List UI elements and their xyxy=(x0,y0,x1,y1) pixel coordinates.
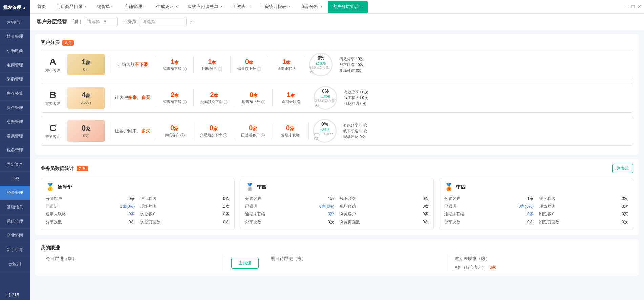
dept-select[interactable]: 请选择 ▼ xyxy=(84,17,118,26)
sidebar-item-电商管理[interactable]: 电商管理 xyxy=(0,58,30,72)
tab-生成凭证[interactable]: 生成凭证× xyxy=(151,1,183,13)
tab-close-工资统计报表[interactable]: × xyxy=(288,5,291,8)
staff-0-stat-2: 已跟进 1家(0%) xyxy=(46,204,135,209)
staff-0-stat-5: 浏览客户 0家 xyxy=(140,211,229,217)
tab-close-工资表[interactable]: × xyxy=(248,5,250,8)
tier-C-stat-3: 0家 逾期未联络 xyxy=(273,121,307,140)
sidebar-item-系统管理[interactable]: 系统管理 xyxy=(0,214,30,229)
overdue-sub-row: A客（核心客户） 0家 xyxy=(455,264,628,270)
sidebar-item-基础信息[interactable]: 基础信息 xyxy=(0,200,30,214)
tab-工资统计报表[interactable]: 工资统计报表× xyxy=(255,1,295,13)
staff-1-stat-5: 浏览客户 0家 xyxy=(340,211,429,217)
sidebar-item-新手引导[interactable]: 新手引导 xyxy=(0,243,30,257)
tier-A-rstat-0: 有效分享 i0次 xyxy=(340,56,364,62)
sidebar-item-云应用[interactable]: 云应用 xyxy=(0,257,30,271)
tab-应收应付调整单[interactable]: 应收应付调整单× xyxy=(183,1,227,13)
tier-label-C: C普通客户 xyxy=(41,119,65,143)
staff-name-0: 徐泽华 xyxy=(58,184,72,190)
staff-0-stat-0: 分管客户 0家 xyxy=(46,196,135,202)
tab-fullscreen-icon[interactable]: □ xyxy=(632,4,635,9)
today-follow-label: 今日跟进（家） xyxy=(46,256,219,262)
staff-stats-1: 分管客户 1家 线下联络 0次 已跟进 0家(0%) 现场拜访 0次 逾期未联络… xyxy=(245,196,429,225)
tier-B-stat-1: 2家 交易频次下滑i xyxy=(195,88,233,107)
tab-客户分层经营[interactable]: 客户分层经营× xyxy=(328,1,368,13)
tab-close-商品分析[interactable]: × xyxy=(320,5,322,8)
go-follow-button[interactable]: 去跟进 xyxy=(231,258,259,269)
sidebar-item-固定资产[interactable]: 固定资产 xyxy=(0,158,30,172)
tab-商品分析[interactable]: 商品分析× xyxy=(296,1,327,13)
tier-C-stat-0: 0家 休眠客户i xyxy=(157,121,191,140)
tab-close-店铺管理[interactable]: × xyxy=(144,5,146,8)
sidebar-item-资金管理[interactable]: 资金管理 xyxy=(0,101,30,115)
sidebar: 批发管理 ▲ 营销推广销售管理小畅电商电商管理采购管理库存核算资金管理总账管理发… xyxy=(0,0,30,300)
tier-A-rstat-2: 现场拜访 0次 xyxy=(340,68,364,73)
follow-title: 我的跟进 xyxy=(41,245,633,251)
tab-门店商品目录[interactable]: 门店商品目录× xyxy=(51,1,91,13)
more-filter-icon[interactable]: ··· xyxy=(189,19,194,25)
staff-card-0: 🥇 徐泽华 分管客户 0家 线下联络 0次 已跟进 1家(0%) 现场拜访 1次… xyxy=(41,178,235,230)
sidebar-collapse-icon[interactable]: ▲ xyxy=(22,5,27,10)
tab-首页[interactable]: 首页 xyxy=(33,1,51,13)
tier-action-A: 让销售额不下滑 xyxy=(110,59,154,70)
tab-销货单[interactable]: 销货单× xyxy=(92,1,119,13)
staff-0-stat-3: 现场拜访 1次 xyxy=(140,204,229,209)
tier-A-rstat-1: 线下联络 i0次 xyxy=(340,62,364,67)
tier-right-stats-B: 有效分享 i0次线下联络 i0次现场拜访 0次 xyxy=(340,87,372,109)
list-view-button[interactable]: 列表式 xyxy=(612,164,633,173)
tier-row-C: C普通客户 0家 0万 让客户回来、多买 0家 休眠客户i 0家 交易频次下滑i… xyxy=(41,116,633,146)
sidebar-item-工资[interactable]: 工资 xyxy=(0,172,30,186)
staff-2-stat-0: 分管客户 1家 xyxy=(444,196,533,202)
tab-close-客户分层经营[interactable]: × xyxy=(361,5,363,8)
staff-1-stat-2: 已跟进 0家(0%) xyxy=(245,204,334,209)
staff-month-badge: 九月 xyxy=(77,166,88,171)
sidebar-header[interactable]: 批发管理 ▲ xyxy=(0,0,30,16)
customer-section-title: 客户分层 九月 xyxy=(41,40,633,46)
sidebar-item-发票管理[interactable]: 发票管理 xyxy=(0,129,30,143)
tier-C-rstat-2: 现场拜访 0次 xyxy=(343,134,367,139)
tier-count-box-A: 1家 0万 xyxy=(67,54,105,75)
customer-tier-section: 客户分层 九月 A核心客户 1家 0万 让销售额不下滑 1家 销售额下滑i 1家… xyxy=(35,34,639,155)
sidebar-item-税务管理[interactable]: 税务管理 xyxy=(0,143,30,158)
tab-minimize-icon[interactable]: — xyxy=(624,4,629,9)
tab-close-销货单[interactable]: × xyxy=(112,5,114,8)
tier-right-stats-C: 有效分享 i0次线下联络 i0次现场拜访 0次 xyxy=(339,120,371,142)
staff-1-stat-1: 线下联络 0次 xyxy=(340,196,429,202)
sidebar-item-营销推广[interactable]: 营销推广 xyxy=(0,16,30,30)
tab-店铺管理[interactable]: 店铺管理× xyxy=(120,1,151,13)
tab-close-生成凭证[interactable]: × xyxy=(176,5,178,8)
staff-label: 业务员 xyxy=(123,19,136,25)
sidebar-item-小畅电商[interactable]: 小畅电商 xyxy=(0,44,30,58)
tab-close-应收应付调整单[interactable]: × xyxy=(220,5,222,8)
sidebar-item-总账管理[interactable]: 总账管理 xyxy=(0,115,30,129)
tier-action-C: 让客户回来、多买 xyxy=(110,125,154,137)
staff-select[interactable]: 请选择 xyxy=(139,17,187,26)
staff-header: 业务员数据统计 九月 列表式 xyxy=(41,164,633,173)
sidebar-item-库存核算[interactable]: 库存核算 xyxy=(0,87,30,101)
tab-close-all-icon[interactable]: ✕ xyxy=(637,4,641,9)
sidebar-item-经营管理[interactable]: 经营管理 xyxy=(0,186,30,200)
sidebar-item-采购管理[interactable]: 采购管理 xyxy=(0,72,30,87)
staff-medal-1: 🥈 xyxy=(245,183,254,192)
tier-C-stat-1: 0家 交易频次下滑i xyxy=(194,121,233,140)
tomorrow-follow-label: 明日待跟进（家） xyxy=(271,256,444,262)
tier-row-A: A核心客户 1家 0万 让销售额不下滑 1家 销售额下滑i 1家 回购异常i 0… xyxy=(41,50,633,79)
staff-card-1: 🥈 李四 分管客户 1家 线下联络 0次 已跟进 0家(0%) 现场拜访 0次 … xyxy=(240,178,434,230)
tier-B-stat-0: 2家 销售额下滑i xyxy=(157,88,192,107)
tier-C-rstat-0: 有效分享 i0次 xyxy=(343,123,367,128)
staff-grid: 🥇 徐泽华 分管客户 0家 线下联络 0次 已跟进 1家(0%) 现场拜访 1次… xyxy=(41,178,633,230)
staff-name-row-1: 🥈 李四 xyxy=(245,183,429,192)
tab-close-门店商品目录[interactable]: × xyxy=(85,5,87,8)
staff-title-group: 业务员数据统计 九月 xyxy=(41,166,88,172)
staff-medal-2: 🥉 xyxy=(444,183,453,192)
sidebar-item-销售管理[interactable]: 销售管理 xyxy=(0,30,30,44)
tomorrow-follow-col: 明日待跟进（家） xyxy=(265,256,449,270)
tier-A-stat-3: 1家 逾期未联络 xyxy=(270,55,303,74)
follow-grid: 今日跟进（家） 去跟进 明日待跟进（家） 逾期未联络（家） A客（核心客户） 0… xyxy=(41,256,633,270)
tab-工资表[interactable]: 工资表× xyxy=(228,1,255,13)
main-area: 首页门店商品目录×销货单×店铺管理×生成凭证×应收应付调整单×工资表×工资统计报… xyxy=(30,0,644,300)
dept-filter-group: 部门 请选择 ▼ xyxy=(72,17,118,26)
staff-card-2: 🥉 李四 分管客户 1家 线下联络 0次 已跟进 0家(0%) 现场拜访 0次 … xyxy=(439,178,633,230)
staff-0-stat-6: 分享次数 0次 xyxy=(46,219,135,225)
sidebar-item-企业协同[interactable]: 企业协同 xyxy=(0,229,30,243)
staff-2-stat-3: 现场拜访 0次 xyxy=(539,204,628,209)
